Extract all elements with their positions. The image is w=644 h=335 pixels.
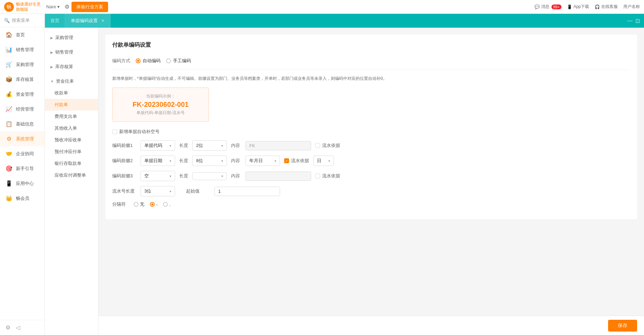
sidebar-search[interactable]: 🔍 搜索菜单 <box>0 14 45 27</box>
tab-bar: 首页 单据编码设置 ✕ — ⊡ <box>45 14 644 28</box>
content2-select[interactable]: 年月日 ▾ <box>246 156 280 166</box>
sub-group-sales-header[interactable]: ▶ 销售管理 <box>45 46 98 58</box>
sub-group-purchase-header[interactable]: ▶ 采购管理 <box>45 32 98 44</box>
sub-item-payment[interactable]: 付款单 <box>45 99 98 111</box>
info-text: 新增单据时，*单据编码*自动生成，不可编辑。前缀设置为部门、业务员等档案类，开单… <box>112 75 630 82</box>
sidebar-item-app[interactable]: 📱 应用中心 <box>0 176 45 191</box>
basic-icon: 📋 <box>6 121 12 127</box>
user-name[interactable]: 用户名称 <box>623 4 640 10</box>
member-icon: 👑 <box>6 195 12 202</box>
prefix2-value: 单据日期 <box>144 158 162 164</box>
prefix3-arrow: ▾ <box>170 174 171 178</box>
sidebar-item-purchase[interactable]: 🛒 采购管理 <box>0 57 45 72</box>
manual-code-radio[interactable] <box>166 58 171 63</box>
tab-close-icon[interactable]: ✕ <box>101 18 105 23</box>
sep-dot-option[interactable]: . <box>163 202 171 207</box>
sep-none-option[interactable]: 无 <box>134 201 144 207</box>
prefix3-select[interactable]: 空 ▾ <box>141 171 175 181</box>
coding-method-row: 编码方式 自动编码 手工编码 <box>112 54 630 70</box>
sub-group-inventory-label: 库存核算 <box>55 64 73 70</box>
auto-fill-checkbox[interactable] <box>112 129 117 134</box>
sidebar-item-business-label: 经营管理 <box>16 106 34 112</box>
sidebar-item-home[interactable]: 🏠 首页 <box>0 27 45 42</box>
app-download-item[interactable]: 📱 App下载 <box>567 4 589 10</box>
sub-item-expense[interactable]: 费用支出单 <box>45 111 98 122</box>
sidebar-item-member[interactable]: 👑 畅会员 <box>0 191 45 206</box>
sidebar-item-system[interactable]: ⚙ 系统管理 <box>0 131 45 146</box>
save-button[interactable]: 保存 <box>608 320 637 332</box>
sub-group-inventory-header[interactable]: ▶ 库存核算 <box>45 61 98 73</box>
sidebar-item-basic[interactable]: 📋 基础信息 <box>0 117 45 131</box>
prefix1-arrow: ▾ <box>170 144 171 148</box>
code-preview-desc: 单据代码-单据日期-流水号 <box>121 110 200 116</box>
sep-dash-option[interactable]: - <box>150 202 157 207</box>
logo: 畅 畅捷通好生意 旗舰版 <box>4 2 41 12</box>
serial2-checkbox[interactable]: ✓ <box>284 158 289 163</box>
content3-label: 内容 <box>231 173 241 179</box>
sub-item-pre-payment[interactable]: 预付冲应付单 <box>45 146 98 158</box>
prefix2-select[interactable]: 单据日期 ▾ <box>141 156 175 166</box>
prefix3-value: 空 <box>144 173 149 179</box>
sidebar-item-finance[interactable]: 💰 资金管理 <box>0 87 45 102</box>
sidebar-item-inventory[interactable]: 📦 库存核算 <box>0 72 45 87</box>
bottom-bar: 保存 <box>98 316 644 335</box>
serial1-checkbox[interactable] <box>315 143 320 148</box>
online-service-item[interactable]: 🎧 在线客服 <box>595 4 618 10</box>
sep-dash-radio[interactable] <box>150 202 155 207</box>
arrow-right-icon: ▶ <box>50 36 53 40</box>
sub-group-purchase: ▶ 采购管理 <box>45 30 98 45</box>
minimize-icon[interactable]: — <box>627 18 633 24</box>
auto-code-label: 自动编码 <box>143 58 161 64</box>
sidebar-item-cooperation-label: 企业协同 <box>16 151 34 157</box>
prefix1-select[interactable]: 单据代码 ▾ <box>141 140 175 151</box>
industry-button[interactable]: 体验行业方案 <box>71 2 108 12</box>
serial3-checkbox[interactable] <box>315 174 320 178</box>
manual-code-label: 手工编码 <box>173 58 191 64</box>
sub-item-bank[interactable]: 银行存取款单 <box>45 158 98 169</box>
search-icon: 🔍 <box>4 18 10 23</box>
serial2-unit-select[interactable]: 日 ▾ <box>313 156 334 166</box>
manual-code-option[interactable]: 手工编码 <box>166 58 191 64</box>
guide-icon: 🎯 <box>6 165 12 172</box>
arrow-right-icon3: ▶ <box>50 65 53 69</box>
sub-item-receipt[interactable]: 收款单 <box>45 87 98 99</box>
sep-dot-radio[interactable] <box>163 202 168 207</box>
sidebar-item-home-label: 首页 <box>16 32 25 38</box>
serial-length-select[interactable]: 3位 ▾ <box>141 186 175 196</box>
sidebar-item-guide[interactable]: 🎯 新手引导 <box>0 161 45 176</box>
prefix1-label: 编码前缀1 <box>112 142 136 149</box>
sidebar-item-sales[interactable]: 📊 销售管理 <box>0 42 45 57</box>
nav-dropdown[interactable]: Nare ▾ <box>44 3 63 11</box>
sidebar-item-business[interactable]: 📈 经营管理 <box>0 102 45 117</box>
length2-select[interactable]: 8位 ▾ <box>192 156 227 166</box>
headset-icon: 🎧 <box>595 4 600 9</box>
tab-home[interactable]: 首页 <box>45 14 65 28</box>
length3-select[interactable]: ▾ <box>192 172 227 180</box>
auto-code-option[interactable]: 自动编码 <box>136 58 161 64</box>
message-item[interactable]: 💬 消息 99+ <box>535 4 561 10</box>
sub-item-other-income[interactable]: 其他收入单 <box>45 122 98 134</box>
length1-arrow: ▾ <box>221 144 223 148</box>
length1-select[interactable]: 2位 ▾ <box>192 140 227 151</box>
serial2-checkbox-row: ✓ 流水依据 <box>284 158 309 164</box>
gear-icon[interactable]: ⚙ <box>65 3 69 10</box>
message-badge: 99+ <box>551 4 561 9</box>
maximize-icon[interactable]: ⊡ <box>635 18 640 24</box>
sub-group-purchase-label: 采购管理 <box>55 35 73 41</box>
sub-item-adjust[interactable]: 应收应付调整单 <box>45 169 98 181</box>
tab-bill-code-label: 单据编码设置 <box>71 18 98 24</box>
sub-group-inventory: ▶ 库存核算 <box>45 59 98 74</box>
sidebar-item-app-label: 应用中心 <box>16 180 34 187</box>
sub-group-capital-header[interactable]: ▼ 资金往来 <box>45 75 98 87</box>
collapse-icon[interactable]: ◁ <box>16 324 20 331</box>
serial2-label: 流水依据 <box>291 158 309 164</box>
message-icon: 💬 <box>535 4 540 9</box>
tab-bill-code[interactable]: 单据编码设置 ✕ <box>65 14 110 28</box>
sub-sidebar: ▶ 采购管理 ▶ 销售管理 ▶ 库存核算 ▼ 资金往来 收款单 付款单 费用支出… <box>45 28 98 335</box>
sub-item-pre-receipt[interactable]: 预收冲应收单 <box>45 134 98 146</box>
start-value-input[interactable] <box>214 187 280 196</box>
sidebar-item-cooperation[interactable]: 🤝 企业协同 <box>0 146 45 161</box>
sep-none-radio[interactable] <box>134 202 138 207</box>
auto-code-radio[interactable] <box>136 58 141 63</box>
settings-bottom-icon[interactable]: ⚙ <box>6 324 10 331</box>
